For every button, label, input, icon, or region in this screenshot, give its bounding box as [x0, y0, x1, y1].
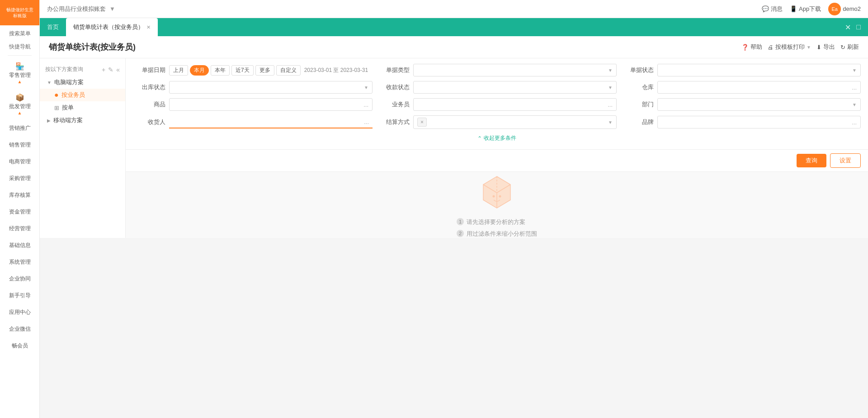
- retail-icon: 🏪: [15, 62, 24, 71]
- sidebar-logo: 畅捷做好生意 标账版: [0, 0, 39, 25]
- warehouse-dots[interactable]: ...: [852, 84, 857, 91]
- right-content: 单据日期 上月 本月 本年 近7天 更多 自定义 2023-03-01 至 20…: [126, 58, 868, 238]
- goods-dots[interactable]: ...: [363, 101, 368, 108]
- sidebar-search[interactable]: 搜索菜单: [9, 25, 31, 40]
- salesperson-select[interactable]: ...: [413, 98, 617, 111]
- payment-select[interactable]: ▼: [413, 81, 617, 94]
- tab-sales-stat[interactable]: 销货单统计表（按业务员） ✕: [66, 18, 158, 36]
- tab-close-sales-stat[interactable]: ✕: [146, 24, 151, 30]
- date-btn-last-month[interactable]: 上月: [169, 65, 188, 76]
- add-plan-icon[interactable]: +: [102, 66, 105, 73]
- date-btn-7days[interactable]: 近7天: [231, 65, 254, 76]
- date-btn-this-year[interactable]: 本年: [211, 65, 230, 76]
- sidebar-item-inventory[interactable]: 库存核算: [0, 187, 39, 204]
- app-download-btn[interactable]: 📱 App下载: [790, 5, 821, 13]
- warehouse-label: 仓库: [621, 83, 657, 91]
- type-label: 单据类型: [377, 66, 413, 74]
- empty-icon: [476, 172, 517, 213]
- tree-sub-label-order: 按单: [62, 104, 74, 112]
- filter-cell-brand: 品牌 ...: [621, 115, 861, 129]
- wholesale-arrow: ▲: [18, 110, 22, 115]
- tree-arrow-desktop: ▼: [47, 80, 52, 85]
- tabbar-restore-btn[interactable]: □: [854, 21, 863, 33]
- user-avatar: Ea: [828, 3, 841, 15]
- tree-item-mobile[interactable]: ▶ 移动端方案: [40, 114, 125, 127]
- brand-dots[interactable]: ...: [852, 119, 857, 126]
- outbound-label: 出库状态: [133, 83, 169, 91]
- payment-select-arrow: ▼: [608, 85, 613, 90]
- salesperson-dots[interactable]: ...: [608, 101, 613, 108]
- sidebar-item-basic[interactable]: 基础信息: [0, 237, 39, 254]
- sidebar-item-purchase[interactable]: 采购管理: [0, 170, 39, 187]
- sidebar: 畅捷做好生意 标账版 搜索菜单 快捷导航 🏪 零售管理 ▲ 📦 批发管理 ▲ 营…: [0, 0, 40, 418]
- brand-select[interactable]: ...: [657, 116, 861, 128]
- topbar-right: 💬 消息 📱 App下载 Ea demo2: [762, 3, 861, 15]
- topbar-arrow[interactable]: ▼: [109, 5, 115, 12]
- tabbar-close-btn[interactable]: ✕: [843, 21, 853, 33]
- filter-cell-goods: 商品 ...: [133, 98, 373, 111]
- sidebar-item-system[interactable]: 系统管理: [0, 254, 39, 271]
- sidebar-nav: 🏪 零售管理 ▲ 📦 批发管理 ▲ 营销推广 销售管理 电商管理 采购管理 库存…: [0, 57, 39, 418]
- export-btn[interactable]: ⬇ 导出: [816, 43, 835, 51]
- filter-cell-salesperson: 业务员 ...: [377, 98, 617, 111]
- filter-cell-date: 单据日期 上月 本月 本年 近7天 更多 自定义 2023-03-01 至 20…: [133, 64, 373, 76]
- settlement-tag-close[interactable]: ×: [420, 119, 424, 125]
- sidebar-item-operations[interactable]: 经营管理: [0, 220, 39, 237]
- warehouse-select[interactable]: ...: [657, 81, 861, 94]
- settings-button[interactable]: 设置: [830, 153, 861, 168]
- collapse-btn[interactable]: ⌃ 收起更多条件: [133, 133, 861, 144]
- date-btn-more[interactable]: 更多: [255, 65, 274, 76]
- page-header-actions: ❓ 帮助 🖨 按模板打印 ▼ ⬇ 导出 ↻ 刷新: [741, 43, 859, 57]
- refresh-btn[interactable]: ↻ 刷新: [840, 43, 859, 51]
- svg-point-6: [499, 195, 501, 198]
- svg-point-5: [493, 195, 495, 198]
- sidebar-item-retail[interactable]: 🏪 零售管理 ▲: [0, 57, 39, 89]
- query-button[interactable]: 查询: [797, 154, 826, 167]
- filter-row-1: 单据日期 上月 本月 本年 近7天 更多 自定义 2023-03-01 至 20…: [133, 64, 861, 76]
- print-btn[interactable]: 🖨 按模板打印 ▼: [768, 43, 811, 51]
- filter-row-2: 出库状态 ▼ 收款状态 ▼: [133, 81, 861, 94]
- filter-cell-payment: 收款状态 ▼: [377, 81, 617, 94]
- goods-select[interactable]: ...: [169, 98, 373, 111]
- date-btn-this-month[interactable]: 本月: [190, 65, 209, 76]
- sidebar-item-sales[interactable]: 销售管理: [0, 137, 39, 153]
- dept-select[interactable]: ▼: [657, 98, 861, 111]
- status-select[interactable]: ▼: [657, 64, 861, 76]
- sidebar-item-newbie[interactable]: 新手引导: [0, 287, 39, 304]
- help-btn[interactable]: ❓ 帮助: [741, 43, 762, 51]
- sidebar-item-appcenter[interactable]: 应用中心: [0, 304, 39, 321]
- sidebar-item-collab[interactable]: 企业协同: [0, 271, 39, 287]
- status-label: 单据状态: [621, 66, 657, 74]
- collapse-panel-icon[interactable]: «: [116, 66, 120, 73]
- msg-btn[interactable]: 💬 消息: [762, 5, 783, 13]
- recipient-input[interactable]: ...: [169, 116, 373, 128]
- date-label: 单据日期: [133, 66, 169, 74]
- sidebar-item-corpwechat[interactable]: 企业微信: [0, 321, 39, 337]
- settlement-select-arrow: ▼: [608, 120, 613, 125]
- print-arrow: ▼: [807, 45, 811, 50]
- download-icon: 📱: [790, 5, 797, 12]
- sidebar-item-ecommerce[interactable]: 电商管理: [0, 153, 39, 170]
- date-btn-custom[interactable]: 自定义: [276, 65, 301, 76]
- sidebar-logo-text: 畅捷做好生意 标账版: [6, 7, 33, 19]
- tree-arrow-mobile: ▶: [47, 118, 51, 123]
- sidebar-item-marketing[interactable]: 营销推广: [0, 120, 39, 137]
- edit-plan-icon[interactable]: ✎: [108, 66, 113, 73]
- salesperson-label: 业务员: [377, 100, 413, 109]
- settlement-label: 结算方式: [377, 118, 413, 126]
- sidebar-item-finance[interactable]: 资金管理: [0, 204, 39, 220]
- tree-sub-item-order[interactable]: ⊞ 按单: [40, 101, 125, 114]
- sidebar-shortcut[interactable]: 快捷导航: [9, 40, 31, 53]
- tab-home[interactable]: 首页: [40, 18, 66, 36]
- outbound-select[interactable]: ▼: [169, 81, 373, 94]
- user-menu[interactable]: Ea demo2: [828, 3, 861, 15]
- page-content: 销货单统计表(按业务员) ❓ 帮助 🖨 按模板打印 ▼ ⬇ 导出 ↻ 刷新: [40, 36, 868, 418]
- tree-sub-item-salesperson[interactable]: ● 按业务员: [40, 89, 125, 101]
- tree-item-desktop[interactable]: ▼ 电脑端方案: [40, 76, 125, 89]
- type-select[interactable]: ▼: [413, 64, 617, 76]
- sidebar-item-member[interactable]: 畅会员: [0, 337, 39, 354]
- empty-tips: 1 请先选择要分析的方案 2 用过滤条件来缩小分析范围: [457, 218, 537, 238]
- sidebar-item-wholesale[interactable]: 📦 批发管理 ▲: [0, 89, 39, 120]
- recipient-dots[interactable]: ...: [364, 119, 369, 125]
- settlement-select[interactable]: × ▼: [413, 115, 617, 129]
